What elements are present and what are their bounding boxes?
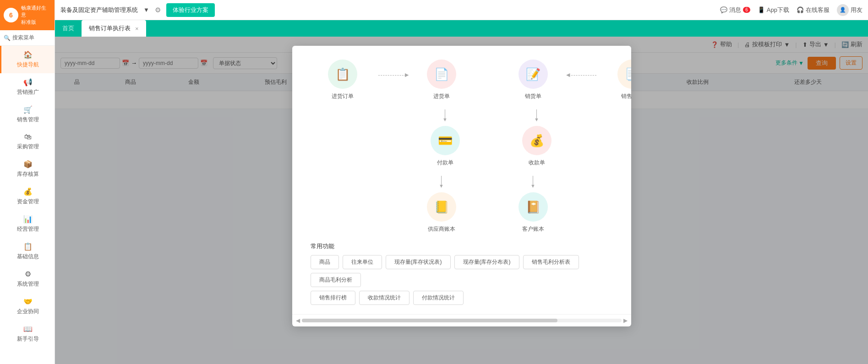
settings-icon[interactable]: ⚙ bbox=[155, 6, 161, 14]
func-btns-row1: 商品 往来单位 现存量(库存状况表) 现存量(库存分布表) 销售毛利分析表 商品… bbox=[311, 255, 613, 287]
sales-slip-circle: 📝 bbox=[519, 60, 548, 89]
receipt-label: 收款单 bbox=[529, 159, 545, 167]
message-icon: 💬 bbox=[720, 6, 727, 13]
service-icon: 🎧 bbox=[797, 6, 804, 13]
online-service-btn[interactable]: 🎧 在线客服 bbox=[797, 6, 830, 14]
nav-tabs: 首页 销售订单执行表 × bbox=[55, 20, 868, 37]
func-btns-row2: 销售排行榜 收款情况统计 付款情况统计 bbox=[311, 291, 613, 305]
func-btn-receipt-stat[interactable]: 收款情况统计 bbox=[359, 291, 409, 305]
message-btn[interactable]: 💬 消息 6 bbox=[720, 6, 750, 14]
scroll-left-arrow[interactable]: ◀ bbox=[296, 317, 300, 324]
modal-overlay[interactable]: 📋 进货订单 ▶ bbox=[55, 37, 868, 364]
modal-scrollbar: ◀ ▶ bbox=[292, 314, 631, 326]
sales-slip-label: 销货单 bbox=[525, 92, 541, 100]
sidebar-item-marketing[interactable]: 📢 营销推广 bbox=[0, 73, 55, 101]
basic-icon: 📋 bbox=[23, 242, 33, 251]
sidebar-item-operation[interactable]: 📊 经营管理 bbox=[0, 210, 55, 238]
system-title: 装备及固定资产辅助管理系统 bbox=[60, 6, 138, 14]
sales-slip-item[interactable]: 📝 销货单 bbox=[501, 60, 565, 100]
purchase-order-label: 进货订单 bbox=[332, 92, 354, 100]
sidebar-item-finance[interactable]: 💰 资金管理 bbox=[0, 183, 55, 210]
receipt-icon: 💰 bbox=[530, 134, 544, 148]
supplier-account-circle[interactable]: 📒 bbox=[427, 192, 456, 222]
customer-account-label: 客户账本 bbox=[522, 225, 544, 233]
sales-order-label: 销售订单 bbox=[621, 92, 631, 100]
payment-label: 付款单 bbox=[437, 159, 453, 167]
scroll-track[interactable] bbox=[302, 319, 622, 322]
func-btn-inventory-dist[interactable]: 现存量(库存分布表) bbox=[454, 255, 519, 269]
experience-btn[interactable]: 体验行业方案 bbox=[166, 3, 215, 17]
sales-icon: 🛒 bbox=[23, 105, 33, 114]
func-btn-inventory-status[interactable]: 现存量(库存状况表) bbox=[386, 255, 451, 269]
tab-home[interactable]: 首页 bbox=[55, 20, 82, 37]
avatar: 👤 bbox=[837, 4, 849, 16]
common-func-title: 常用功能 bbox=[311, 242, 613, 250]
close-tab-icon[interactable]: × bbox=[135, 25, 139, 32]
purchase-order-circle: 📋 bbox=[328, 60, 357, 89]
sidebar-logo: 6 畅康通好生意 标准版 bbox=[0, 0, 55, 30]
sidebar-item-purchase[interactable]: 🛍 采购管理 bbox=[0, 128, 55, 155]
chevron-down-icon: ▼ bbox=[143, 6, 149, 13]
inventory-icon: 📦 bbox=[23, 160, 33, 168]
sidebar-item-inventory[interactable]: 📦 库存核算 bbox=[0, 155, 55, 183]
func-btn-goods[interactable]: 商品 bbox=[311, 255, 339, 269]
scroll-thumb bbox=[302, 319, 557, 322]
customer-account-circle[interactable]: 📔 bbox=[519, 192, 548, 222]
func-btn-goods-profit[interactable]: 商品毛利分析 bbox=[311, 273, 361, 287]
sales-order-icon: 📑 bbox=[625, 67, 631, 81]
sales-slip-icon: 📝 bbox=[526, 67, 540, 81]
content-area: ❓ 帮助 | 🖨 按模板打印 ▼ | ⬆ 导出 ▼ | bbox=[55, 37, 868, 364]
topbar-right: 💬 消息 6 📱 App下载 🎧 在线客服 👤 用友 bbox=[720, 4, 863, 16]
payment-circle[interactable]: 💳 bbox=[431, 126, 460, 155]
func-btn-payment-stat[interactable]: 付款情况统计 bbox=[413, 291, 464, 305]
marketing-icon: 📢 bbox=[23, 78, 33, 87]
purchase-slip-item[interactable]: 📄 进货单 bbox=[409, 60, 474, 100]
sales-order-circle: 📑 bbox=[617, 60, 631, 89]
supplier-account-icon: 📒 bbox=[434, 200, 449, 214]
sidebar: 6 畅康通好生意 标准版 🔍 搜索菜单 🏠 快捷导航 📢 营销推广 🛒 销售管理… bbox=[0, 0, 55, 364]
func-btn-sales-profit[interactable]: 销售毛利分析表 bbox=[523, 255, 579, 269]
modal-body: 📋 进货订单 ▶ bbox=[292, 46, 631, 314]
search-icon: 🔍 bbox=[4, 35, 11, 41]
purchase-order-icon: 📋 bbox=[335, 67, 350, 81]
main-area: 装备及固定资产辅助管理系统 ▼ ⚙ 体验行业方案 💬 消息 6 📱 App下载 … bbox=[55, 0, 868, 364]
func-btn-sales-rank[interactable]: 销售排行榜 bbox=[311, 291, 355, 305]
home-icon: 🏠 bbox=[23, 50, 33, 59]
modal-dialog: 📋 进货订单 ▶ bbox=[292, 46, 631, 326]
app-download-btn[interactable]: 📱 App下载 bbox=[758, 6, 789, 14]
topbar-dropdown[interactable]: ▼ bbox=[143, 6, 149, 13]
purchase-order-item[interactable]: 📋 进货订单 bbox=[311, 60, 375, 100]
payment-icon: 💳 bbox=[438, 134, 453, 148]
sidebar-item-quick-nav[interactable]: 🏠 快捷导航 bbox=[0, 46, 55, 73]
sidebar-item-system[interactable]: ⚙ 系统管理 bbox=[0, 265, 55, 293]
finance-icon: 💰 bbox=[23, 187, 33, 196]
sidebar-item-collab[interactable]: 🤝 企业协同 bbox=[0, 293, 55, 320]
supplier-account-label: 供应商账本 bbox=[428, 225, 455, 233]
sidebar-item-guide[interactable]: 📖 新手引导 bbox=[0, 320, 55, 348]
system-icon: ⚙ bbox=[25, 270, 31, 278]
guide-icon: 📖 bbox=[23, 325, 33, 333]
message-badge: 6 bbox=[743, 7, 750, 13]
purchase-slip-circle: 📄 bbox=[427, 60, 456, 89]
sidebar-item-sales[interactable]: 🛒 销售管理 bbox=[0, 101, 55, 128]
user-menu[interactable]: 👤 用友 bbox=[837, 4, 863, 16]
flow-diagram: 📋 进货订单 ▶ bbox=[311, 60, 613, 233]
purchase-icon: 🛍 bbox=[24, 133, 32, 141]
common-func-section: 常用功能 商品 往来单位 现存量(库存状况表) 现存量(库存分布表) 销售毛利分… bbox=[311, 242, 613, 305]
download-icon: 📱 bbox=[758, 6, 765, 13]
purchase-slip-label: 进货单 bbox=[433, 92, 450, 100]
receipt-circle[interactable]: 💰 bbox=[522, 126, 551, 155]
topbar: 装备及固定资产辅助管理系统 ▼ ⚙ 体验行业方案 💬 消息 6 📱 App下载 … bbox=[55, 0, 868, 20]
purchase-slip-icon: 📄 bbox=[434, 67, 449, 81]
sidebar-item-basic[interactable]: 📋 基础信息 bbox=[0, 238, 55, 265]
sidebar-search[interactable]: 🔍 搜索菜单 bbox=[0, 30, 55, 46]
logo-icon: 6 bbox=[4, 8, 18, 22]
operation-icon: 📊 bbox=[23, 215, 33, 223]
scroll-right-arrow[interactable]: ▶ bbox=[623, 317, 628, 324]
logo-text: 畅康通好生意 标准版 bbox=[21, 5, 51, 26]
collab-icon: 🤝 bbox=[23, 297, 33, 306]
func-btn-partners[interactable]: 往来单位 bbox=[343, 255, 382, 269]
tab-sales-order[interactable]: 销售订单执行表 × bbox=[82, 20, 146, 37]
customer-account-icon: 📔 bbox=[526, 200, 540, 214]
sales-order-item[interactable]: 📑 销售订单 bbox=[600, 60, 631, 100]
